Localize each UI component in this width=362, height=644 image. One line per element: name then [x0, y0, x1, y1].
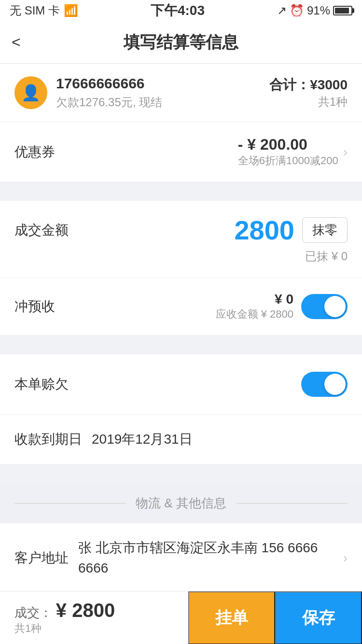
amount-label: 成交金额 [14, 221, 69, 239]
divider-2 [0, 345, 362, 354]
precollect-row: 冲预收 ¥ 0 应收金额 ¥ 2800 [0, 278, 362, 335]
header-line-left [14, 503, 126, 504]
coupon-info: - ¥ 200.00 全场6折满1000减200 [238, 136, 338, 168]
back-button[interactable]: < [12, 33, 21, 51]
coupon-right: - ¥ 200.00 全场6折满1000减200 › [238, 136, 348, 168]
round-button[interactable]: 抹零 [302, 217, 348, 243]
address-label: 客户地址 [14, 549, 69, 567]
header-line-right [236, 503, 348, 504]
battery-fill [335, 8, 349, 14]
amount-card: 成交金额 2800 抹零 已抹 ¥ 0 冲预收 ¥ 0 应收金额 ¥ 2800 [0, 201, 362, 335]
location-icon: ↗ [277, 4, 287, 17]
duedate-value: 2019年12月31日 [92, 430, 193, 448]
bottom-deal-label: 成交： [14, 605, 52, 620]
bottom-count: 共1种 [14, 621, 174, 636]
status-right: ↗ ⏰ 91% [277, 4, 352, 17]
duedate-row: 收款到期日 2019年12月31日 [0, 414, 362, 464]
total-count: 共1种 [269, 94, 348, 110]
precollect-label: 冲预收 [14, 297, 55, 316]
precollect-sub: 应收金额 ¥ 2800 [216, 307, 293, 322]
precollect-right: ¥ 0 应收金额 ¥ 2800 [216, 292, 348, 322]
battery-percent: 91% [307, 4, 330, 17]
page-title: 填写结算等信息 [124, 31, 238, 54]
total-amount: 合计：¥3000 [269, 76, 348, 94]
nav-bar: < 填写结算等信息 [0, 21, 362, 64]
amount-section: 成交金额 2800 抹零 已抹 ¥ 0 [0, 201, 362, 278]
user-right: 合计：¥3000 共1种 [269, 76, 348, 110]
coupon-desc: 全场6折满1000减200 [238, 154, 338, 168]
status-bar: 无 SIM 卡 📶 下午4:03 ↗ ⏰ 91% [0, 0, 362, 21]
coupon-row[interactable]: 优惠券 - ¥ 200.00 全场6折满1000减200 › [0, 122, 362, 182]
battery-icon [333, 6, 352, 15]
divider-3 [0, 474, 362, 483]
coupon-label: 优惠券 [14, 143, 55, 161]
amount-sub: 已抹 ¥ 0 [14, 249, 348, 264]
address-value: 张 北京市市辖区海淀区永丰南 156 6666 6666 [78, 538, 343, 578]
user-info-card: 👤 17666666666 欠款1276.35元, 现结 合计：¥3000 共1… [0, 64, 362, 182]
section-header-text: 物流 & 其他信息 [136, 495, 226, 512]
avatar-icon: 👤 [21, 84, 41, 102]
status-time: 下午4:03 [151, 1, 205, 20]
user-sub-text: 欠款1276.35元, 现结 [56, 95, 162, 110]
amount-right: 2800 抹零 [234, 214, 348, 246]
coupon-discount: - ¥ 200.00 [238, 136, 338, 154]
debit-toggle-knob [324, 374, 346, 395]
user-row: 👤 17666666666 欠款1276.35元, 现结 合计：¥3000 共1… [0, 64, 362, 122]
divider-1 [0, 191, 362, 201]
amount-row: 成交金额 2800 抹零 [14, 214, 348, 246]
content: 👤 17666666666 欠款1276.35元, 现结 合计：¥3000 共1… [0, 64, 362, 644]
duedate-label: 收款到期日 [14, 430, 82, 448]
debit-row: 本单赊欠 [0, 354, 362, 414]
section-header: 物流 & 其他信息 [0, 483, 362, 523]
alarm-icon: ⏰ [290, 4, 304, 17]
address-row[interactable]: 客户地址 张 北京市市辖区海淀区永丰南 156 6666 6666 › [0, 523, 362, 593]
avatar: 👤 [14, 76, 47, 109]
status-left: 无 SIM 卡 📶 [10, 3, 78, 18]
address-chevron-icon: › [343, 550, 348, 566]
save-button[interactable]: 保存 [275, 591, 362, 644]
precollect-value: ¥ 0 [216, 292, 293, 307]
debit-toggle[interactable] [301, 372, 348, 397]
address-card: 客户地址 张 北京市市辖区海淀区永丰南 156 6666 6666 › [0, 523, 362, 593]
debit-card: 本单赊欠 收款到期日 2019年12月31日 [0, 354, 362, 464]
debit-label: 本单赊欠 [14, 375, 69, 393]
bottom-summary: 成交： ¥ 2800 共1种 [0, 600, 188, 636]
user-phone: 17666666666 [56, 75, 162, 92]
chevron-right-icon: › [343, 144, 348, 160]
bottom-bar: 成交： ¥ 2800 共1种 挂单 保存 [0, 591, 362, 644]
wifi-icon: 📶 [64, 4, 78, 17]
bottom-deal-row: 成交： ¥ 2800 [14, 600, 174, 621]
toggle-knob [324, 296, 346, 317]
user-left: 👤 17666666666 欠款1276.35元, 现结 [14, 75, 162, 110]
precollect-amount: ¥ 0 应收金额 ¥ 2800 [216, 292, 293, 322]
amount-value: 2800 [234, 214, 294, 246]
bottom-amount: ¥ 2800 [56, 600, 115, 621]
carrier-label: 无 SIM 卡 [10, 3, 60, 18]
precollect-toggle[interactable] [301, 294, 348, 319]
user-info: 17666666666 欠款1276.35元, 现结 [56, 75, 162, 110]
pending-button[interactable]: 挂单 [188, 591, 275, 644]
